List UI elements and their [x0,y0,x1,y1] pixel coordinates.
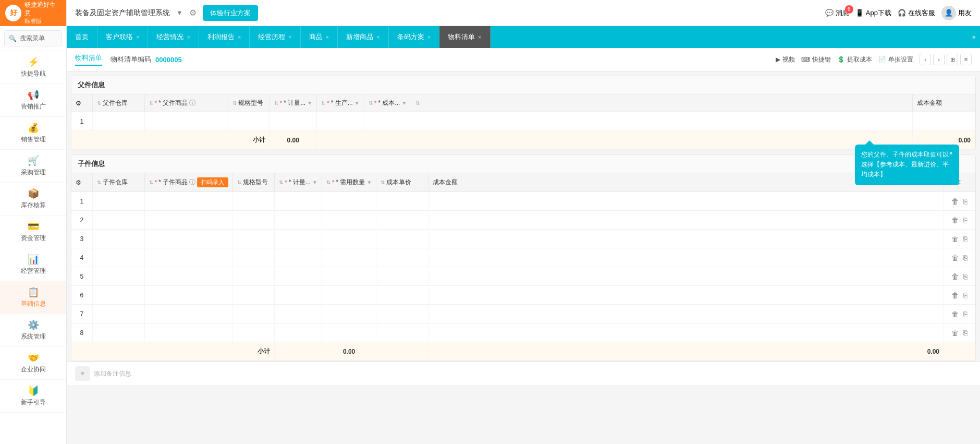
copy-icon[interactable]: ⎘ [963,197,967,206]
child-unit-cost-1[interactable] [376,192,428,211]
delete-icon[interactable]: 🗑 [951,235,959,243]
child-spec-5[interactable] [233,267,275,286]
sidebar-item-sales[interactable]: 💰 销售管理 [0,117,66,150]
nav-list-button[interactable]: ≡ [960,54,972,65]
sort-icon[interactable]: ⇅ [97,179,101,185]
video-action[interactable]: ▶ 视频 [776,55,795,64]
tab-barcode[interactable]: 条码方案 × [389,26,439,48]
child-warehouse-7[interactable] [92,305,144,323]
topbar-dropdown-icon[interactable]: ▼ [176,9,183,17]
close-customers-tab[interactable]: × [136,34,139,40]
sidebar-item-marketing[interactable]: 📢 营销推广 [0,84,66,117]
chevron-icon[interactable]: ▼ [354,100,360,106]
sidebar-item-guide[interactable]: 🔰 新手引导 [0,380,66,413]
th-child-settings[interactable]: ⚙ [71,173,92,192]
child-spec-6[interactable] [233,286,275,305]
copy-icon[interactable]: ⎘ [963,235,967,243]
doc-settings-action[interactable]: 📄 单据设置 [878,55,913,64]
child-qty-8[interactable] [322,323,376,342]
tab-customers[interactable]: 客户联络 × [97,26,148,48]
parent-unit-cell[interactable] [270,112,317,131]
child-product-3[interactable] [144,230,233,248]
child-warehouse-1[interactable] [92,192,144,211]
child-product-2[interactable] [144,211,233,230]
delete-icon[interactable]: 🗑 [951,329,959,337]
child-warehouse-5[interactable] [92,267,144,286]
close-operations-tab[interactable]: × [187,34,190,40]
child-unit-cost-3[interactable] [376,230,428,248]
tab-bom[interactable]: 物料清单 × [439,26,490,48]
child-unit-3[interactable] [275,230,322,248]
child-warehouse-3[interactable] [92,230,144,248]
close-bom-tab[interactable]: × [478,34,481,40]
page-tab-bom[interactable]: 物料清单 [75,53,102,66]
parent-cost-cell[interactable] [364,112,411,131]
child-spec-4[interactable] [233,248,275,267]
child-product-info-icon[interactable]: ⓘ [189,178,195,187]
tab-new-products[interactable]: 新增商品 × [338,26,388,48]
child-warehouse-8[interactable] [92,323,144,342]
parent-production-cell[interactable] [317,112,364,131]
bottom-note-icon[interactable]: ≡ [75,366,90,381]
child-unit-cost-4[interactable] [376,248,428,267]
sidebar-item-finance[interactable]: 💳 资金管理 [0,215,66,248]
child-unit-8[interactable] [275,323,322,342]
tooltip-close-button[interactable]: × [949,150,953,157]
cost-action[interactable]: 💲 提取成本 [837,55,872,64]
child-product-6[interactable] [144,286,233,305]
sidebar-item-business[interactable]: 📊 经营管理 [0,248,66,281]
copy-icon[interactable]: ⎘ [963,291,967,299]
close-products-tab[interactable]: × [326,34,329,40]
sort-icon[interactable]: ⇅ [415,100,420,106]
child-product-5[interactable] [144,267,233,286]
close-history-tab[interactable]: × [288,34,291,40]
child-product-4[interactable] [144,248,233,267]
child-unit-5[interactable] [275,267,322,286]
child-product-7[interactable] [144,305,233,323]
copy-icon[interactable]: ⎘ [963,329,967,337]
parent-spec-cell[interactable] [228,112,270,131]
delete-icon[interactable]: 🗑 [951,272,959,281]
sort-icon[interactable]: ⇅ [149,100,153,106]
parent-warehouse-cell[interactable] [92,112,144,131]
chevron-icon[interactable]: ▼ [401,100,407,106]
child-warehouse-4[interactable] [92,248,144,267]
child-product-1[interactable] [144,192,233,211]
child-qty-6[interactable] [322,286,376,305]
online-service-area[interactable]: 🎧 在线客服 [898,8,935,18]
child-product-8[interactable] [144,323,233,342]
sort-icon[interactable]: ⇅ [149,179,153,185]
child-warehouse-6[interactable] [92,286,144,305]
app-download-area[interactable]: 📱 App下载 [855,8,891,18]
chevron-icon[interactable]: ▼ [366,179,372,185]
sort-icon[interactable]: ⇅ [237,179,241,185]
child-unit-cost-6[interactable] [376,286,428,305]
scan-button[interactable]: 扫码录入 [197,177,228,187]
sidebar-item-quick-nav[interactable]: ⚡ 快捷导航 [0,51,66,84]
product-info-icon[interactable]: ⓘ [189,99,195,107]
sort-icon[interactable]: ⇅ [381,179,385,185]
child-qty-4[interactable] [322,248,376,267]
trial-button[interactable]: 体验行业方案 [203,5,258,21]
child-spec-2[interactable] [233,211,275,230]
child-warehouse-2[interactable] [92,211,144,230]
sort-icon[interactable]: ⇅ [369,100,373,106]
sidebar-item-basic[interactable]: 📋 基础信息 [0,281,66,314]
child-spec-3[interactable] [233,230,275,248]
search-button[interactable]: 🔍 搜索菜单 [4,30,62,46]
sidebar-item-enterprise[interactable]: 🤝 企业协同 [0,347,66,380]
tab-home[interactable]: 首页 [67,26,97,48]
tab-operations[interactable]: 经营情况 × [148,26,199,48]
child-qty-1[interactable] [322,192,376,211]
parent-product-cell[interactable] [144,112,228,131]
nav-prev-button[interactable]: ‹ [920,54,931,65]
delete-icon[interactable]: 🗑 [951,197,959,206]
sort-icon[interactable]: ⇅ [97,100,101,106]
child-unit-1[interactable] [275,192,322,211]
child-unit-cost-8[interactable] [376,323,428,342]
sort-icon[interactable]: ⇅ [274,100,278,106]
child-spec-8[interactable] [233,323,275,342]
child-unit-cost-7[interactable] [376,305,428,323]
sidebar-item-inventory[interactable]: 📦 库存核算 [0,183,66,215]
delete-icon[interactable]: 🗑 [951,254,959,262]
